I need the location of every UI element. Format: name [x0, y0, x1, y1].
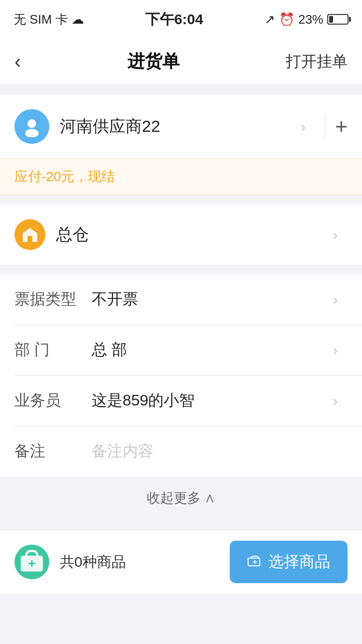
cart-icon [247, 555, 263, 569]
collapse-label: 收起更多 ∧ [147, 489, 216, 507]
nav-bar: ‹ 进货单 打开挂单 [0, 39, 362, 85]
department-label: 部 门 [14, 339, 77, 361]
salesperson-value: 这是859的小智 [77, 390, 333, 411]
warehouse-section: 总仓 › [0, 205, 362, 265]
supplier-section: 河南供应商22 › + 应付-20元，现结 [0, 95, 362, 195]
warehouse-icon [14, 219, 45, 250]
department-value: 总 部 [77, 339, 333, 361]
page-title: 进货单 [127, 50, 180, 73]
invoice-type-label: 票据类型 [14, 289, 77, 310]
product-bar: 共0种商品 选择商品 [0, 530, 362, 594]
supplier-chevron-icon: › [301, 118, 306, 136]
rest-area [0, 594, 362, 644]
gap-3 [0, 265, 362, 274]
battery-percent: 23% [298, 12, 323, 27]
status-time: 下午6:04 [145, 10, 203, 29]
select-product-label: 选择商品 [268, 551, 330, 573]
remark-value[interactable]: 备注内容 [77, 441, 348, 462]
supplier-row[interactable]: 河南供应商22 › + [0, 95, 362, 158]
warehouse-row[interactable]: 总仓 › [0, 205, 362, 265]
svg-rect-2 [28, 236, 32, 242]
gap-4 [0, 520, 362, 530]
gap-1 [0, 85, 362, 95]
location-icon: ↗ [265, 12, 275, 27]
salesperson-label: 业务员 [14, 390, 77, 411]
supplier-avatar [14, 109, 49, 144]
select-product-button[interactable]: 选择商品 [230, 541, 348, 583]
department-chevron-icon: › [333, 341, 338, 359]
warehouse-name: 总仓 [56, 224, 333, 246]
supplier-name: 河南供应商22 [60, 115, 301, 138]
svg-point-0 [28, 119, 36, 128]
supplier-divider [325, 114, 325, 139]
department-row[interactable]: 部 门 总 部 › [0, 325, 362, 375]
status-left: 无 SIM 卡 ☁ [14, 11, 84, 28]
remark-label: 备注 [14, 441, 77, 462]
remark-row[interactable]: 备注 备注内容 [0, 426, 362, 476]
product-icon [14, 545, 49, 579]
invoice-type-chevron-icon: › [333, 291, 338, 308]
salesperson-row[interactable]: 业务员 这是859的小智 › [0, 376, 362, 426]
battery-icon [327, 14, 348, 25]
open-pending-button[interactable]: 打开挂单 [286, 51, 348, 72]
back-button[interactable]: ‹ [14, 51, 21, 72]
salesperson-chevron-icon: › [333, 392, 338, 410]
product-count: 共0种商品 [60, 552, 230, 572]
add-supplier-button[interactable]: + [335, 116, 348, 137]
svg-point-1 [25, 129, 39, 137]
warehouse-chevron-icon: › [333, 226, 338, 244]
invoice-type-row[interactable]: 票据类型 不开票 › [0, 274, 362, 324]
gap-2 [0, 195, 362, 205]
form-section: 票据类型 不开票 › 部 门 总 部 › 业务员 这是859的小智 › 备注 备… [0, 274, 362, 476]
status-bar: 无 SIM 卡 ☁ 下午6:04 ↗ ⏰ 23% [0, 0, 362, 39]
sim-status: 无 SIM 卡 ☁ [14, 11, 84, 28]
notice-banner: 应付-20元，现结 [0, 158, 362, 195]
invoice-type-value: 不开票 [77, 289, 333, 310]
status-right: ↗ ⏰ 23% [265, 12, 348, 27]
collapse-button[interactable]: 收起更多 ∧ [0, 476, 362, 520]
alarm-icon: ⏰ [279, 12, 294, 27]
